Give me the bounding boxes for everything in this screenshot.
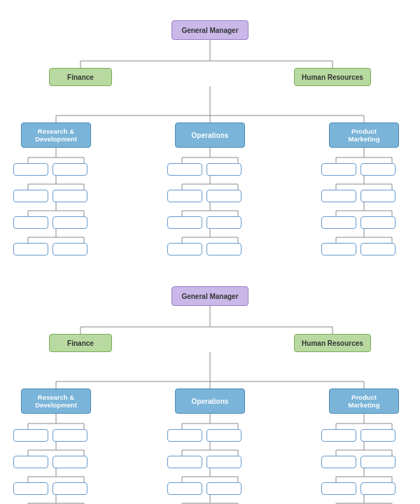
ops-sub-r2c2 bbox=[206, 190, 241, 202]
pm-sub-r2c2 bbox=[360, 190, 396, 202]
org-chart-2: General Manager Finance Human Resources … bbox=[7, 276, 413, 504]
ops2-sub-r2c1 bbox=[167, 456, 202, 468]
rd-sub-r2c1 bbox=[13, 190, 48, 202]
rd-sub-r1c2 bbox=[52, 163, 88, 176]
finance-box-2: Finance bbox=[49, 334, 112, 352]
rd-sub-r4c2 bbox=[52, 243, 88, 255]
pm-sub-r3c1 bbox=[321, 216, 356, 229]
ops2-sub-r3c1 bbox=[167, 482, 202, 495]
rd-sub-r4c1 bbox=[13, 243, 48, 255]
pm2-sub-r2c2 bbox=[360, 456, 396, 468]
rd2-sub-r3c2 bbox=[52, 482, 88, 495]
pm-dept-1: Product Marketing bbox=[329, 122, 399, 148]
pm-dept-2: Product Marketing bbox=[329, 388, 399, 414]
rd-sub-r3c2 bbox=[52, 216, 88, 229]
rd2-sub-r2c1 bbox=[13, 456, 48, 468]
gm-box-1: General Manager bbox=[172, 20, 248, 40]
rd2-sub-r2c2 bbox=[52, 456, 88, 468]
ops-sub-r1c2 bbox=[206, 163, 241, 176]
pm2-sub-r3c1 bbox=[321, 482, 356, 495]
ops-dept-1: Operations bbox=[175, 122, 245, 148]
ops-sub-r1c1 bbox=[167, 163, 202, 176]
ops-sub-r4c2 bbox=[206, 243, 241, 255]
ops-sub-r3c2 bbox=[206, 216, 241, 229]
pm2-sub-r1c1 bbox=[321, 429, 356, 442]
rd2-sub-r1c1 bbox=[13, 429, 48, 442]
ops2-sub-r3c2 bbox=[206, 482, 241, 495]
hr-box-2: Human Resources bbox=[294, 334, 371, 352]
rd-sub-r2c2 bbox=[52, 190, 88, 202]
org-chart-1: General Manager Finance Human Resources … bbox=[7, 10, 413, 262]
rd-sub-r1c1 bbox=[13, 163, 48, 176]
pm2-sub-r2c1 bbox=[321, 456, 356, 468]
ops2-sub-r2c2 bbox=[206, 456, 241, 468]
ops2-sub-r1c1 bbox=[167, 429, 202, 442]
ops-sub-r2c1 bbox=[167, 190, 202, 202]
ops-sub-r4c1 bbox=[167, 243, 202, 255]
pm-sub-r1c2 bbox=[360, 163, 396, 176]
pm-sub-r2c1 bbox=[321, 190, 356, 202]
pm2-sub-r3c2 bbox=[360, 482, 396, 495]
pm-sub-r4c1 bbox=[321, 243, 356, 255]
rd2-sub-r1c2 bbox=[52, 429, 88, 442]
rd-dept-2: Research & Development bbox=[21, 388, 91, 414]
pm2-sub-r1c2 bbox=[360, 429, 396, 442]
finance-box-1: Finance bbox=[49, 68, 112, 86]
rd2-sub-r3c1 bbox=[13, 482, 48, 495]
rd-dept-1: Research & Development bbox=[21, 122, 91, 148]
hr-box-1: Human Resources bbox=[294, 68, 371, 86]
ops2-sub-r1c2 bbox=[206, 429, 241, 442]
pm-sub-r3c2 bbox=[360, 216, 396, 229]
ops-dept-2: Operations bbox=[175, 388, 245, 414]
ops-sub-r3c1 bbox=[167, 216, 202, 229]
pm-sub-r4c2 bbox=[360, 243, 396, 255]
pm-sub-r1c1 bbox=[321, 163, 356, 176]
gm-box-2: General Manager bbox=[172, 286, 248, 306]
rd-sub-r3c1 bbox=[13, 216, 48, 229]
